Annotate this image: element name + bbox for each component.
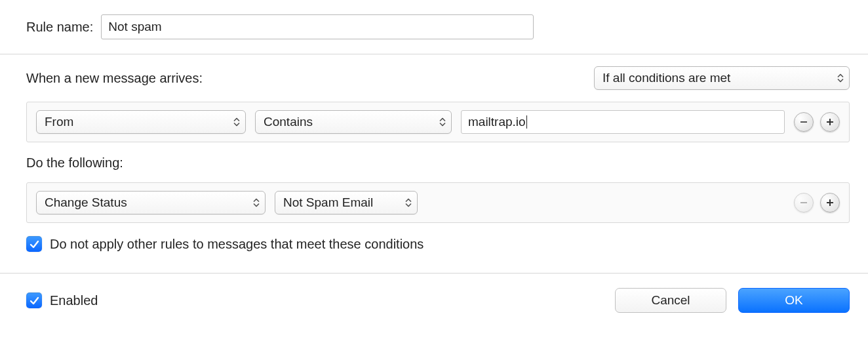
remove-action-button[interactable]	[794, 193, 814, 213]
plus-icon	[825, 117, 835, 127]
minus-icon	[799, 198, 808, 207]
conditions-section-label: When a new message arrives:	[26, 71, 203, 86]
rule-name-row: Rule name:	[26, 14, 850, 39]
actions-header: Do the following:	[26, 155, 850, 171]
checkmark-icon	[29, 239, 39, 249]
condition-pm-buttons	[794, 112, 840, 132]
enabled-row: Enabled	[26, 293, 98, 308]
checkmark-icon	[29, 295, 39, 306]
chevrons-icon	[837, 74, 844, 83]
minus-icon	[799, 117, 808, 127]
do-not-apply-label: Do not apply other rules to messages tha…	[50, 237, 424, 252]
action-pm-buttons	[794, 193, 840, 213]
condition-value-text: mailtrap.io	[468, 115, 526, 129]
remove-condition-button[interactable]	[794, 112, 814, 132]
action-status-value: Not Spam Email	[283, 195, 373, 210]
cancel-button[interactable]: Cancel	[615, 288, 726, 313]
condition-operator-dropdown[interactable]: Contains	[255, 110, 452, 134]
action-status-dropdown[interactable]: Not Spam Email	[275, 191, 418, 214]
action-type-value: Change Status	[45, 195, 127, 210]
chevrons-icon	[233, 118, 240, 127]
divider-1	[0, 54, 868, 54]
condition-operator-value: Contains	[264, 115, 313, 129]
chevrons-icon	[405, 199, 412, 207]
action-row: Change Status Not Spam Email	[26, 182, 850, 223]
text-caret	[526, 115, 527, 129]
rule-name-label: Rule name:	[26, 20, 93, 35]
cancel-button-label: Cancel	[651, 293, 690, 308]
footer: Enabled Cancel OK	[0, 273, 868, 313]
enabled-checkbox[interactable]	[26, 293, 42, 308]
actions-section-label: Do the following:	[26, 155, 123, 170]
do-not-apply-checkbox[interactable]	[26, 236, 42, 252]
add-condition-button[interactable]	[820, 112, 840, 132]
conditions-header: When a new message arrives: If all condi…	[26, 66, 850, 90]
enabled-label: Enabled	[50, 293, 98, 308]
ok-button[interactable]: OK	[738, 288, 850, 313]
do-not-apply-row: Do not apply other rules to messages tha…	[26, 236, 850, 252]
chevrons-icon	[253, 199, 260, 207]
add-action-button[interactable]	[820, 193, 840, 213]
match-mode-value: If all conditions are met	[602, 71, 730, 85]
condition-row: From Contains mailtrap.io	[26, 102, 850, 142]
rule-name-input[interactable]	[101, 14, 534, 39]
action-type-dropdown[interactable]: Change Status	[36, 191, 266, 214]
condition-field-value: From	[45, 115, 73, 129]
condition-field-dropdown[interactable]: From	[36, 110, 246, 134]
match-mode-dropdown[interactable]: If all conditions are met	[594, 66, 850, 90]
chevrons-icon	[439, 118, 446, 127]
ok-button-label: OK	[785, 293, 802, 308]
condition-value-input[interactable]: mailtrap.io	[461, 110, 785, 134]
plus-icon	[825, 198, 835, 207]
